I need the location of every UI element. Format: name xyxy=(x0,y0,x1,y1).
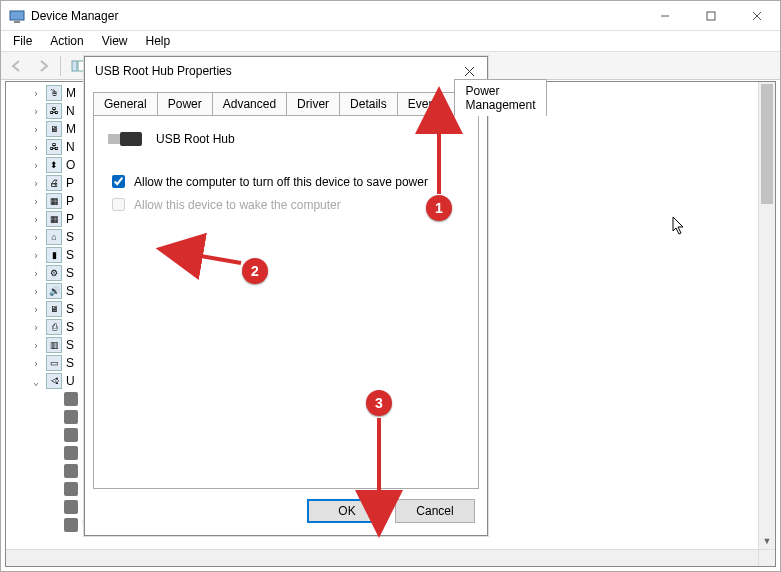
tabstrip: General Power Advanced Driver Details Ev… xyxy=(93,91,479,116)
scroll-down-arrow-icon[interactable]: ▼ xyxy=(759,532,775,549)
usb-connector-icon xyxy=(64,428,78,442)
device-icon: 🖥 xyxy=(46,301,62,317)
menu-file[interactable]: File xyxy=(5,32,40,50)
toolbar-separator xyxy=(60,56,61,76)
checkbox-allow-turn-off[interactable] xyxy=(112,175,125,188)
maximize-button[interactable] xyxy=(688,1,734,31)
tab-events[interactable]: Events xyxy=(397,92,456,115)
cancel-button[interactable]: Cancel xyxy=(395,499,475,523)
usb-icon: ⏿ xyxy=(46,373,62,389)
device-icon: 🔊 xyxy=(46,283,62,299)
device-name-label: USB Root Hub xyxy=(156,132,235,146)
menu-action[interactable]: Action xyxy=(42,32,91,50)
tab-panel-power-management: USB Root Hub Allow the computer to turn … xyxy=(93,116,479,489)
titlebar: Device Manager xyxy=(1,1,780,31)
usb-connector-icon xyxy=(64,482,78,496)
usb-connector-icon xyxy=(64,518,78,532)
checkbox-allow-turn-off-label: Allow the computer to turn off this devi… xyxy=(134,175,428,189)
tab-general[interactable]: General xyxy=(93,92,158,115)
tab-power-management[interactable]: Power Management xyxy=(454,79,546,116)
scroll-corner xyxy=(758,549,775,566)
back-button[interactable] xyxy=(5,54,29,78)
menubar: File Action View Help xyxy=(1,31,780,52)
device-icon: ⌂ xyxy=(46,229,62,245)
svg-rect-0 xyxy=(10,11,24,20)
device-icon: ⚙ xyxy=(46,265,62,281)
ok-button[interactable]: OK xyxy=(307,499,387,523)
window-title: Device Manager xyxy=(31,9,118,23)
device-icon: 🖧 xyxy=(46,139,62,155)
device-icon: ▭ xyxy=(46,355,62,371)
device-icon: 🖨 xyxy=(46,175,62,191)
usb-connector-icon xyxy=(64,446,78,460)
menu-help[interactable]: Help xyxy=(138,32,179,50)
svg-rect-3 xyxy=(707,12,715,20)
horizontal-scrollbar[interactable] xyxy=(6,549,758,566)
device-icon: ▦ xyxy=(46,211,62,227)
checkbox-allow-wake xyxy=(112,198,125,211)
usb-connector-icon xyxy=(64,464,78,478)
checkbox-row-turnoff[interactable]: Allow the computer to turn off this devi… xyxy=(108,172,464,191)
forward-button[interactable] xyxy=(31,54,55,78)
tab-details[interactable]: Details xyxy=(339,92,398,115)
device-icon: 🖥 xyxy=(46,121,62,137)
device-icon: ⬍ xyxy=(46,157,62,173)
menu-view[interactable]: View xyxy=(94,32,136,50)
dialog-title: USB Root Hub Properties xyxy=(95,64,232,78)
usb-connector-icon xyxy=(64,500,78,514)
tab-advanced[interactable]: Advanced xyxy=(212,92,287,115)
device-icon: ▮ xyxy=(46,247,62,263)
minimize-button[interactable] xyxy=(642,1,688,31)
device-icon: ⎙ xyxy=(46,319,62,335)
tab-power[interactable]: Power xyxy=(157,92,213,115)
app-icon xyxy=(9,8,25,24)
usb-connector-icon xyxy=(64,392,78,406)
device-icon: 🖱 xyxy=(46,85,62,101)
svg-rect-6 xyxy=(72,61,77,71)
usb-device-icon xyxy=(108,130,142,148)
cursor-icon xyxy=(672,216,686,236)
checkbox-row-wake: Allow this device to wake the computer xyxy=(108,195,464,214)
scroll-thumb[interactable] xyxy=(761,84,773,204)
device-icon: 🖧 xyxy=(46,103,62,119)
device-icon: ▥ xyxy=(46,337,62,353)
checkbox-allow-wake-label: Allow this device to wake the computer xyxy=(134,198,341,212)
vertical-scrollbar[interactable]: ▲ ▼ xyxy=(758,82,775,549)
close-button[interactable] xyxy=(734,1,780,31)
dialog-titlebar: USB Root Hub Properties xyxy=(85,57,487,85)
tab-driver[interactable]: Driver xyxy=(286,92,340,115)
device-icon: ▦ xyxy=(46,193,62,209)
svg-rect-1 xyxy=(14,21,20,23)
properties-dialog: USB Root Hub Properties General Power Ad… xyxy=(84,56,488,536)
usb-connector-icon xyxy=(64,410,78,424)
